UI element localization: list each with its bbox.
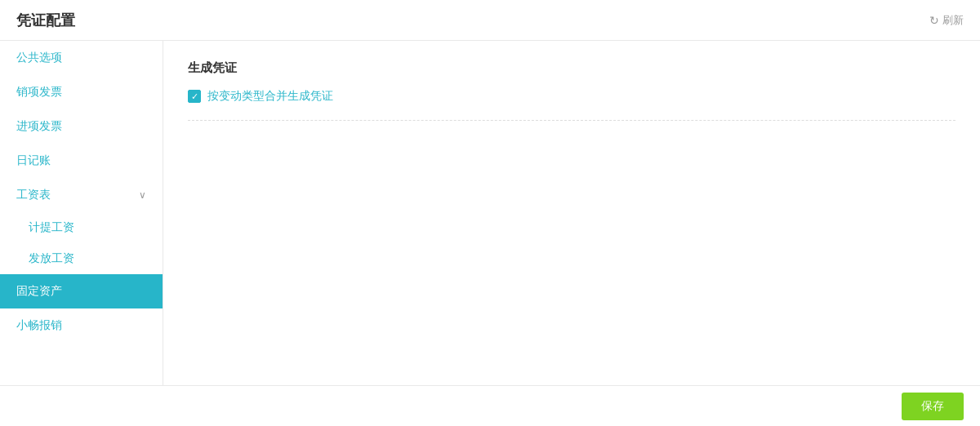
sidebar-item-public-options[interactable]: 公共选项 bbox=[0, 41, 163, 75]
merge-voucher-row: ✓ 按变动类型合并生成凭证 bbox=[188, 89, 956, 104]
sidebar-item-label: 计提工资 bbox=[29, 220, 74, 233]
check-mark-icon: ✓ bbox=[191, 92, 198, 101]
section-divider bbox=[188, 120, 956, 121]
page-title: 凭证配置 bbox=[16, 11, 75, 30]
section-title: 生成凭证 bbox=[188, 60, 956, 76]
sidebar-item-pay-salary[interactable]: 发放工资 bbox=[0, 243, 163, 274]
content-area: 生成凭证 ✓ 按变动类型合并生成凭证 bbox=[163, 41, 980, 385]
sidebar-item-journal[interactable]: 日记账 bbox=[0, 144, 163, 178]
refresh-label: 刷新 bbox=[942, 13, 964, 28]
sidebar-item-label: 发放工资 bbox=[29, 251, 74, 264]
save-button[interactable]: 保存 bbox=[902, 393, 964, 420]
sidebar-item-expense-report[interactable]: 小畅报销 bbox=[0, 308, 163, 343]
merge-voucher-checkbox[interactable]: ✓ bbox=[188, 90, 201, 103]
sidebar-item-purchase-invoice[interactable]: 进项发票 bbox=[0, 109, 163, 144]
sidebar-item-calculate-salary[interactable]: 计提工资 bbox=[0, 212, 163, 243]
sidebar-item-label: 小畅报销 bbox=[16, 318, 62, 333]
merge-voucher-label: 按变动类型合并生成凭证 bbox=[207, 89, 333, 104]
sidebar-item-payroll-table[interactable]: 工资表 ∨ bbox=[0, 178, 163, 212]
header: 凭证配置 ↻ 刷新 bbox=[0, 0, 980, 41]
sidebar-item-label: 公共选项 bbox=[16, 51, 62, 65]
sidebar: 公共选项 销项发票 进项发票 日记账 工资表 ∨ 计提工资 发放工资 固定资产 … bbox=[0, 41, 163, 385]
sidebar-item-label: 日记账 bbox=[16, 153, 51, 168]
sidebar-item-label: 进项发票 bbox=[16, 119, 62, 134]
sidebar-item-label: 固定资产 bbox=[16, 284, 62, 299]
footer: 保存 bbox=[0, 385, 980, 426]
chevron-down-icon: ∨ bbox=[139, 189, 146, 201]
sidebar-item-sales-invoice[interactable]: 销项发票 bbox=[0, 75, 163, 109]
sidebar-item-label: 销项发票 bbox=[16, 85, 62, 100]
sidebar-item-label: 工资表 bbox=[16, 188, 51, 202]
refresh-icon: ↻ bbox=[929, 14, 939, 27]
main-layout: 公共选项 销项发票 进项发票 日记账 工资表 ∨ 计提工资 发放工资 固定资产 … bbox=[0, 41, 980, 385]
sidebar-item-fixed-assets[interactable]: 固定资产 bbox=[0, 274, 163, 308]
refresh-button[interactable]: ↻ 刷新 bbox=[929, 13, 964, 28]
